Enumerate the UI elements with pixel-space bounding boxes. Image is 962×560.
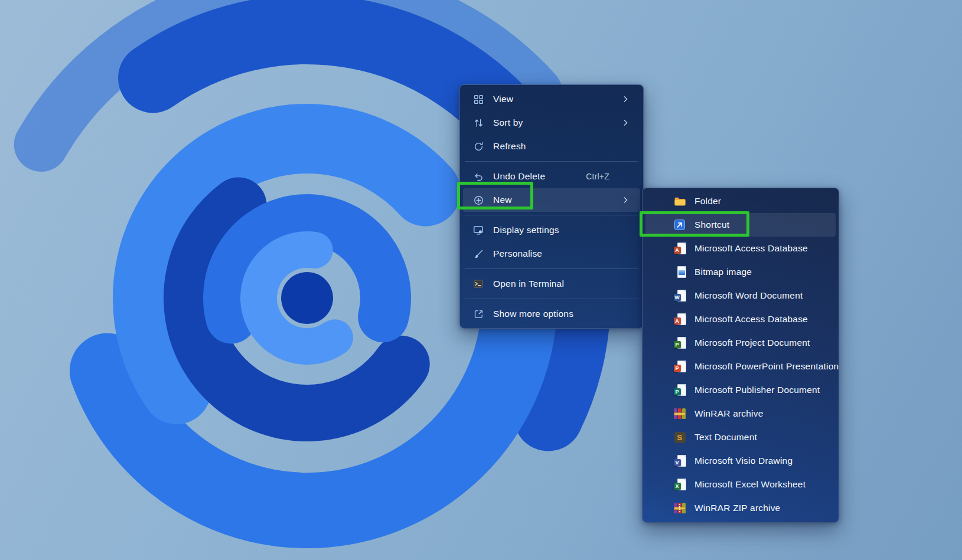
- terminal-icon: [472, 278, 484, 290]
- folder-icon: [674, 195, 686, 208]
- menu-item-label: WinRAR archive: [694, 408, 764, 419]
- menu-item-label: Microsoft Access Database: [694, 243, 808, 254]
- menu-item-label: Sort by: [493, 117, 523, 128]
- submenu-item-bitmap-image[interactable]: Bitmap image: [645, 260, 836, 284]
- context-menu-item-undo-delete[interactable]: Undo DeleteCtrl+Z: [463, 165, 640, 188]
- view-grid-icon: [472, 93, 484, 105]
- menu-item-label: Text Document: [694, 432, 757, 443]
- text-document-icon: S: [674, 431, 686, 444]
- submenu-item-winrar-zip-archive[interactable]: WinRAR ZIP archive: [645, 496, 836, 520]
- winrar-zip-icon: [674, 502, 686, 515]
- word-icon: W: [674, 290, 686, 302]
- menu-item-label: Display settings: [493, 225, 559, 235]
- chevron-right-icon: [621, 196, 630, 204]
- menu-item-label: Refresh: [493, 141, 526, 152]
- menu-item-label: Personalise: [493, 248, 542, 259]
- submenu-item-access-database-1[interactable]: AMicrosoft Access Database: [645, 237, 836, 260]
- menu-item-label: Microsoft Visio Drawing: [694, 456, 793, 466]
- submenu-item-shortcut[interactable]: Shortcut: [645, 213, 836, 237]
- menu-item-label: Microsoft Word Document: [694, 290, 803, 301]
- submenu-item-publisher-document[interactable]: PMicrosoft Publisher Document: [645, 378, 836, 402]
- chevron-right-icon: [621, 119, 630, 127]
- submenu-item-winrar-archive[interactable]: WinRAR archive: [645, 402, 836, 425]
- context-menu-item-view[interactable]: View: [463, 87, 640, 111]
- menu-item-label: Bitmap image: [694, 267, 752, 277]
- sort-icon: [472, 117, 484, 129]
- submenu-item-excel-worksheet[interactable]: XMicrosoft Excel Worksheet: [645, 473, 836, 496]
- excel-icon: X: [674, 479, 686, 491]
- menu-item-label: Undo Delete: [493, 171, 545, 182]
- menu-item-label: Microsoft PowerPoint Presentation: [694, 361, 839, 372]
- menu-separator: [465, 299, 638, 299]
- desktop-wallpaper: ViewSort byRefreshUndo DeleteCtrl+ZNewDi…: [0, 0, 962, 560]
- menu-item-label: WinRAR ZIP archive: [694, 503, 780, 513]
- context-menu-item-open-in-terminal[interactable]: Open in Terminal: [463, 272, 640, 296]
- access-icon: A: [674, 243, 686, 255]
- submenu-item-access-database-2[interactable]: AMicrosoft Access Database: [645, 307, 836, 331]
- context-menu-item-display-settings[interactable]: Display settings: [463, 218, 640, 242]
- context-menu-item-show-more-options[interactable]: Show more options: [463, 302, 640, 326]
- submenu-item-folder[interactable]: Folder: [645, 189, 836, 213]
- menu-item-label: Microsoft Excel Worksheet: [694, 479, 806, 490]
- visio-icon: V: [674, 455, 686, 467]
- menu-separator: [465, 161, 638, 162]
- submenu-item-word-document[interactable]: WMicrosoft Word Document: [645, 284, 836, 307]
- menu-item-label: New: [493, 195, 512, 205]
- keyboard-shortcut-label: Ctrl+Z: [586, 172, 609, 181]
- project-icon: P: [674, 337, 686, 349]
- bitmap-image-icon: [674, 266, 686, 279]
- menu-item-label: Folder: [694, 196, 721, 207]
- new-plus-icon: [472, 194, 484, 206]
- submenu-item-powerpoint-presentation[interactable]: PMicrosoft PowerPoint Presentation: [645, 355, 836, 378]
- powerpoint-icon: P: [674, 361, 686, 373]
- chevron-right-icon: [621, 95, 630, 103]
- personalise-icon: [472, 248, 484, 260]
- menu-item-label: View: [493, 94, 513, 104]
- submenu-item-project-document[interactable]: PMicrosoft Project Document: [645, 331, 836, 355]
- context-menu-item-new[interactable]: New: [463, 188, 640, 212]
- submenu-item-visio-drawing[interactable]: VMicrosoft Visio Drawing: [645, 449, 836, 473]
- menu-item-label: Microsoft Publisher Document: [694, 385, 820, 395]
- context-menu-item-refresh[interactable]: Refresh: [463, 135, 640, 158]
- submenu-item-text-document[interactable]: SText Document: [645, 425, 836, 449]
- shortcut-icon: [674, 219, 686, 231]
- context-menu-item-sort-by[interactable]: Sort by: [463, 111, 640, 135]
- display-settings-icon: [472, 224, 484, 236]
- menu-separator: [465, 268, 638, 269]
- menu-separator: [465, 215, 638, 215]
- refresh-icon: [472, 140, 484, 152]
- menu-item-label: Microsoft Access Database: [694, 314, 808, 325]
- show-more-icon: [472, 308, 484, 320]
- menu-item-label: Microsoft Project Document: [694, 338, 810, 348]
- undo-icon: [472, 171, 484, 182]
- publisher-icon: P: [674, 384, 686, 397]
- menu-item-label: Shortcut: [694, 220, 729, 230]
- access-legacy-icon: A: [674, 313, 686, 326]
- winrar-icon: [674, 408, 686, 420]
- context-menu-item-personalise[interactable]: Personalise: [463, 242, 640, 266]
- new-submenu: FolderShortcutAMicrosoft Access Database…: [642, 188, 839, 523]
- menu-item-label: Show more options: [493, 309, 573, 319]
- menu-item-label: Open in Terminal: [493, 279, 564, 289]
- desktop-context-menu: ViewSort byRefreshUndo DeleteCtrl+ZNewDi…: [459, 84, 644, 329]
